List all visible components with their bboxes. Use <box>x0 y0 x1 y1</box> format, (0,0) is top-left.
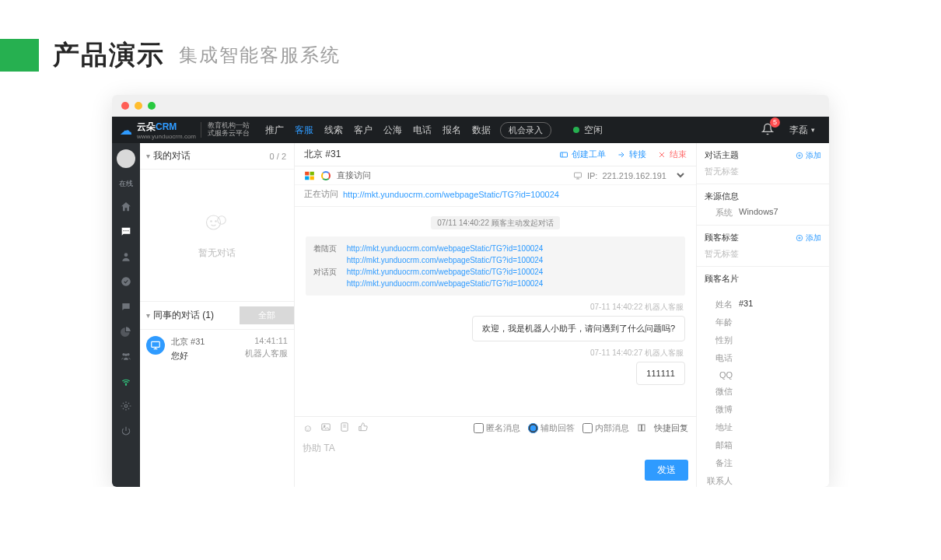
dialog-link[interactable]: http://mkt.yunduocrm.com/webpageStatic/T… <box>347 268 544 276</box>
svg-point-5 <box>122 353 125 356</box>
chat-icon[interactable] <box>119 225 133 239</box>
svg-point-13 <box>215 221 217 222</box>
home-icon[interactable] <box>119 200 133 214</box>
emoji-icon[interactable]: ☺ <box>303 422 313 434</box>
bot-message: 111111 <box>636 362 685 385</box>
nav-phone[interactable]: 电话 <box>413 124 432 137</box>
group-icon[interactable] <box>119 349 133 363</box>
minimize-dot[interactable] <box>135 102 142 110</box>
plus-icon <box>796 234 803 242</box>
notification-badge: 5 <box>770 117 780 128</box>
svg-rect-18 <box>305 176 309 180</box>
user-avatar[interactable] <box>117 149 135 168</box>
nav-promo[interactable]: 推广 <box>265 124 284 137</box>
message-input[interactable] <box>303 439 688 457</box>
svg-point-3 <box>124 253 128 257</box>
plus-icon <box>796 152 803 159</box>
svg-rect-20 <box>574 173 581 177</box>
image-icon[interactable] <box>320 422 331 435</box>
nav-data[interactable]: 数据 <box>472 124 491 137</box>
all-button[interactable]: 全部 <box>240 306 294 324</box>
dialog-list-panel: ▾我的对话 0 / 2 暂无对话 ▾ 同事的对话 (1) 全部 北京 #31 <box>140 143 295 487</box>
my-dialogs-header[interactable]: ▾我的对话 0 / 2 <box>140 143 294 170</box>
quick-reply-icon[interactable] <box>637 423 646 434</box>
notifications-button[interactable]: 5 <box>761 123 774 138</box>
no-tag-text: 暂无标签 <box>705 166 821 177</box>
gear-icon[interactable] <box>119 399 133 413</box>
nav-customers[interactable]: 客户 <box>354 124 373 137</box>
no-tag-text: 暂无标签 <box>705 248 821 260</box>
pie-icon[interactable] <box>119 324 133 338</box>
add-topic-button[interactable]: 添加 <box>796 150 821 161</box>
check-icon[interactable] <box>119 275 133 289</box>
power-icon[interactable] <box>119 424 133 438</box>
attachment-icon[interactable] <box>339 422 350 435</box>
card-row: 联系人 <box>697 472 829 487</box>
user-icon[interactable] <box>119 250 133 264</box>
chat-title: 北京 #31 <box>304 148 341 161</box>
composer: ☺ 匿名消息 辅助回答 内部消息 快捷回复 发送 <box>295 416 696 487</box>
brand-logo: ☁ 云朵CRM www.yunduocrm.com 教育机构一站式服务云平台 <box>112 121 257 140</box>
empty-chat-icon <box>203 211 231 239</box>
ip-dropdown[interactable] <box>671 170 687 180</box>
navbar: ☁ 云朵CRM www.yunduocrm.com 教育机构一站式服务云平台 推… <box>112 117 829 143</box>
chevron-down-icon: ▾ <box>811 126 815 134</box>
message-icon[interactable] <box>119 299 133 313</box>
nav-signup[interactable]: 报名 <box>443 124 461 137</box>
detail-panel: 对话主题添加 暂无标签 来源信息 系统Windows7 顾客标签添加 暂无标签 … <box>697 143 829 487</box>
assist-radio[interactable]: 辅助回答 <box>528 422 575 434</box>
user-menu[interactable]: 李磊 ▾ <box>789 124 815 137</box>
slide-header: 产品演示 集成智能客服系统 <box>0 0 941 95</box>
end-button[interactable]: 结束 <box>657 149 687 160</box>
nav-leads[interactable]: 线索 <box>324 124 343 137</box>
transfer-button[interactable]: 转接 <box>617 149 646 160</box>
opportunity-record-button[interactable]: 机会录入 <box>500 122 551 138</box>
close-icon <box>657 150 666 159</box>
card-row: 邮箱 <box>697 436 829 454</box>
dialog-link[interactable]: http://mkt.yunduocrm.com/webpageStatic/T… <box>347 279 544 288</box>
accent-block <box>0 39 39 72</box>
svg-rect-16 <box>305 171 309 175</box>
status-indicator[interactable]: 空闲 <box>573 124 603 137</box>
colleague-dialogs-header[interactable]: ▾ 同事的对话 (1) 全部 <box>140 302 294 330</box>
nav-menu: 推广 客服 线索 客户 公海 电话 报名 数据 <box>257 124 491 137</box>
caret-icon: ▾ <box>146 311 150 320</box>
create-ticket-button[interactable]: 创建工单 <box>559 149 606 160</box>
card-row: 微信 <box>697 383 829 401</box>
monitor-icon <box>573 171 582 180</box>
svg-rect-19 <box>310 176 314 180</box>
ticket-icon <box>559 150 568 159</box>
nav-pool[interactable]: 公海 <box>383 124 402 137</box>
anon-checkbox[interactable]: 匿名消息 <box>474 422 520 434</box>
wifi-icon[interactable] <box>119 374 133 388</box>
internal-checkbox[interactable]: 内部消息 <box>582 422 629 434</box>
add-tag-button[interactable]: 添加 <box>796 233 821 243</box>
quick-reply-label[interactable]: 快捷回复 <box>654 422 688 434</box>
card-row: 年龄 <box>697 313 829 331</box>
status-dot-icon <box>573 127 579 133</box>
send-button[interactable]: 发送 <box>645 460 688 481</box>
dialog-item[interactable]: 北京 #31 您好 14:41:11 机器人客服 <box>140 330 294 368</box>
close-dot[interactable] <box>121 102 129 110</box>
slide-title: 产品演示 <box>53 37 165 73</box>
tags-title: 顾客标签 <box>705 232 739 243</box>
svg-point-9 <box>124 404 128 408</box>
svg-point-1 <box>125 230 126 231</box>
thumbs-up-icon[interactable] <box>358 422 369 435</box>
card-row: 微博 <box>697 401 829 418</box>
transfer-icon <box>617 150 626 159</box>
nav-service[interactable]: 客服 <box>295 124 313 137</box>
visiting-link[interactable]: http://mkt.yunduocrm.com/webpageStatic/T… <box>343 190 559 199</box>
system-pill: 07/11 14:40:22 顾客主动发起对话 <box>306 218 685 229</box>
maximize-dot[interactable] <box>148 102 156 110</box>
svg-point-8 <box>125 384 126 385</box>
cloud-icon: ☁ <box>120 123 132 138</box>
landing-link[interactable]: http://mkt.yunduocrm.com/webpageStatic/T… <box>347 256 544 264</box>
message-timestamp: 07-11 14:40:22 机器人客服 <box>307 302 684 313</box>
landing-link[interactable]: http://mkt.yunduocrm.com/webpageStatic/T… <box>347 244 544 253</box>
icon-rail: 在线 <box>112 143 140 487</box>
online-label: 在线 <box>119 179 133 189</box>
card-row: QQ <box>697 367 829 383</box>
slide-subtitle: 集成智能客服系统 <box>179 43 341 68</box>
card-row: 备注 <box>697 454 829 472</box>
